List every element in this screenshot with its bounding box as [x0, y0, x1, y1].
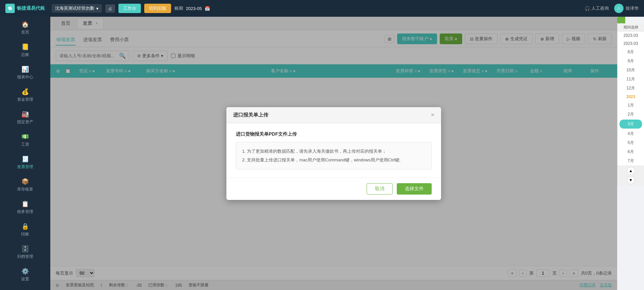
period-item[interactable]: 2023.03	[618, 31, 644, 40]
sidebar-item-inventory[interactable]: 📦 库存核算	[0, 174, 50, 196]
sidebar-item-settings[interactable]: ⚙️ 设置	[0, 264, 50, 286]
dialog-title: 进口报关单上传	[233, 112, 268, 118]
switch-version-button[interactable]: 切到旧版	[144, 4, 171, 13]
home-icon: 🏠	[21, 21, 29, 28]
dialog-info-item-2: 2. 支持批量上传进口报关单，mac用户使用Command键，windows用户…	[242, 156, 425, 164]
invoice-icon: 🧾	[21, 155, 29, 163]
sidebar: 🏠 首页 📒 总账 📊 报表中心 💰 资金管理 🏭 固定资产 💵 工资 🧾 发票…	[0, 17, 50, 290]
sidebar-item-report[interactable]: 📊 报表中心	[0, 62, 50, 84]
period-info: 账期 2023-05 📅	[174, 5, 210, 11]
period-item[interactable]: 12月	[618, 84, 644, 93]
dialog-close-button[interactable]: ×	[431, 112, 434, 118]
sidebar-item-ledger[interactable]: 📒 总账	[0, 39, 50, 62]
user-info[interactable]: 人 徐泽华	[614, 4, 639, 13]
sidebar-item-guide[interactable]: 🎯 新手引导	[0, 286, 50, 290]
right-side-panel: 开票日期 期间选择 2023.03 2023.03 8月 9月 10月 11月 …	[617, 17, 644, 290]
select-file-button[interactable]: 选择文件	[397, 183, 432, 195]
dialog-overlay[interactable]: 进口报关单上传 × 进口货物报关单PDF文件上传 1. 为了更加精准的数据匹配，…	[50, 17, 617, 290]
tax-icon: 📋	[21, 200, 29, 208]
period-item-active[interactable]: 3月	[620, 120, 642, 129]
dialog-header: 进口报关单上传 ×	[226, 107, 441, 123]
period-item[interactable]: 1月	[618, 101, 644, 110]
period-item[interactable]: 2月	[618, 110, 644, 119]
period-item[interactable]: 2023.03	[618, 40, 644, 48]
archive-icon: 🗄️	[21, 245, 29, 252]
help-button[interactable]: 🎧 人工咨询	[585, 5, 609, 11]
dialog-info-box: 1. 为了更加精准的数据匹配，请先录入海关缴款书，再上传对应的报关单； 2. 支…	[236, 142, 432, 169]
chevron-down-icon: ▾	[96, 6, 99, 11]
inventory-icon: 📦	[21, 178, 29, 185]
dialog-info-item-1: 1. 为了更加精准的数据匹配，请先录入海关缴款书，再上传对应的报关单；	[242, 147, 425, 156]
period-item[interactable]: 4月	[618, 129, 644, 138]
workspace-button[interactable]: 工作台	[118, 4, 141, 13]
sidebar-item-salary[interactable]: 💵 工资	[0, 129, 50, 151]
cancel-button[interactable]: 取消	[367, 183, 393, 195]
period-item[interactable]: 5月	[618, 138, 644, 147]
top-nav: 畅 畅捷通易代账 沈海英测试经营勿删 ▾ 🖨 工作台 切到旧版 账期 2023-…	[0, 0, 644, 17]
period-item[interactable]: 8月	[618, 48, 644, 57]
calendar-icon[interactable]: 📅	[205, 6, 210, 11]
salary-icon: 💵	[21, 133, 29, 140]
period-item[interactable]: 9月	[618, 57, 644, 66]
top-right: 🎧 人工咨询 人 徐泽华	[585, 4, 639, 13]
period-header: 期间选择	[618, 23, 644, 31]
main-layout: 🏠 首页 📒 总账 📊 报表中心 💰 资金管理 🏭 固定资产 💵 工资 🧾 发票…	[0, 17, 644, 290]
assets-icon: 🏭	[21, 111, 29, 118]
funds-icon: 💰	[21, 88, 29, 95]
app-logo: 畅 畅捷通易代账	[5, 4, 45, 13]
period-item[interactable]: 6月	[618, 147, 644, 156]
dialog-footer: 取消 选择文件	[226, 177, 441, 200]
dialog-section-title: 进口货物报关单PDF文件上传	[236, 131, 432, 137]
app-logo-icon: 畅	[5, 4, 15, 13]
scroll-down-button[interactable]: ▼	[627, 176, 635, 184]
ledger-icon: 📒	[21, 43, 29, 51]
period-item-year[interactable]: 2023	[618, 93, 644, 101]
sidebar-item-close[interactable]: 🔒 结账	[0, 219, 50, 241]
sidebar-item-funds[interactable]: 💰 资金管理	[0, 84, 50, 106]
company-selector[interactable]: 沈海英测试经营勿删 ▾	[52, 4, 102, 13]
period-item[interactable]: 10月	[618, 66, 644, 75]
sidebar-item-invoice[interactable]: 🧾 发票管理	[0, 151, 50, 174]
sidebar-item-tax[interactable]: 📋 税务管理	[0, 196, 50, 219]
period-item[interactable]: 11月	[618, 75, 644, 84]
content-area: 首页 发票 × 销项发票 进项发票 费用小票 ⊞ 税务数字账户 ▾	[50, 17, 617, 290]
period-panel: 期间选择 2023.03 2023.03 8月 9月 10月 11月 12月 2…	[617, 23, 644, 165]
open-invoice-button[interactable]: 开票日期	[617, 17, 625, 23]
close-book-icon: 🔒	[21, 223, 29, 230]
sidebar-item-assets[interactable]: 🏭 固定资产	[0, 106, 50, 129]
avatar: 人	[614, 4, 624, 13]
scroll-controls: ▲ ▼	[617, 165, 644, 186]
report-icon: 📊	[21, 66, 29, 73]
print-icon[interactable]: 🖨	[105, 4, 115, 13]
sidebar-item-archive[interactable]: 🗄️ 归档管理	[0, 241, 50, 264]
scroll-up-button[interactable]: ▲	[627, 167, 635, 175]
dialog-body: 进口货物报关单PDF文件上传 1. 为了更加精准的数据匹配，请先录入海关缴款书，…	[226, 123, 441, 177]
settings-icon: ⚙️	[21, 268, 29, 275]
sidebar-item-home[interactable]: 🏠 首页	[0, 17, 50, 39]
import-customs-dialog: 进口报关单上传 × 进口货物报关单PDF文件上传 1. 为了更加精准的数据匹配，…	[226, 107, 441, 200]
period-item[interactable]: 7月	[618, 156, 644, 165]
headset-icon: 🎧	[585, 6, 590, 11]
